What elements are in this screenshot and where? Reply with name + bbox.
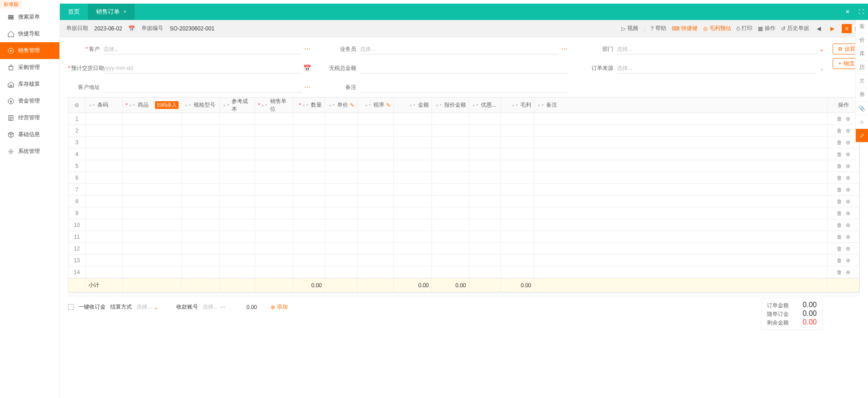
table-row[interactable]: 12🗑⊕ — [68, 243, 859, 255]
bill-date-value[interactable]: 2023-06-02 — [94, 25, 122, 32]
lookup-icon[interactable]: ⋯ — [304, 84, 311, 91]
add-row-icon[interactable]: ⊕ — [846, 116, 850, 122]
sort-icon[interactable]: ▲▼ — [88, 104, 96, 107]
sidebar-item-purchase[interactable]: 采购管理 — [0, 59, 59, 76]
edit-icon[interactable]: ✎ — [350, 102, 354, 108]
delete-row-icon[interactable]: 🗑 — [837, 151, 842, 157]
add-button[interactable]: ⊕添加 — [271, 303, 288, 311]
dept-input[interactable] — [617, 46, 816, 52]
tab-sales-order[interactable]: 销售订单 × — [88, 4, 135, 20]
delete-row-icon[interactable]: 🗑 — [837, 234, 842, 240]
table-row[interactable]: 9🗑⊕ — [68, 207, 859, 219]
add-row-icon[interactable]: ⊕ — [846, 163, 850, 169]
add-row-icon[interactable]: ⊕ — [846, 210, 850, 216]
sort-icon[interactable]: ▲▼ — [223, 104, 230, 107]
rtb-history-icon[interactable]: 历 — [856, 61, 868, 74]
sidebar-item-finance[interactable]: 资金管理 — [0, 93, 59, 109]
calendar-icon[interactable]: 📅 — [128, 25, 135, 32]
lookup-icon[interactable]: ⋯ — [561, 45, 568, 53]
close-icon[interactable]: × — [123, 9, 126, 15]
add-row-icon[interactable]: ⊕ — [846, 128, 850, 134]
sidebar-item-sales[interactable]: 销售管理 — [0, 42, 59, 59]
tabstrip-close-icon[interactable]: ✕ — [841, 4, 854, 20]
add-row-icon[interactable]: ⊕ — [846, 234, 850, 240]
table-row[interactable]: 7🗑⊕ — [68, 184, 859, 196]
tool-profit[interactable]: ◎毛利预估 — [703, 25, 731, 32]
sort-icon[interactable]: ▲▼ — [511, 104, 519, 107]
delete-row-icon[interactable]: 🗑 — [837, 269, 842, 275]
sort-icon[interactable]: ▲▼ — [184, 104, 192, 107]
add-row-icon[interactable]: ⊕ — [846, 269, 850, 275]
lookup-icon[interactable]: ⋯ — [304, 45, 311, 53]
delete-row-icon[interactable]: 🗑 — [837, 246, 842, 252]
sort-icon[interactable]: ▲▼ — [409, 104, 416, 107]
sort-icon[interactable]: ▲▼ — [302, 104, 309, 107]
rtb-stock-icon[interactable]: 库 — [856, 47, 868, 61]
sidebar-item-quicknav[interactable]: 快捷导航 — [0, 25, 59, 42]
table-row[interactable]: 8🗑⊕ — [68, 196, 859, 207]
delivery-date-input[interactable] — [103, 65, 301, 71]
rtb-coupon-icon[interactable]: 券 — [856, 88, 868, 102]
source-input[interactable] — [617, 65, 816, 71]
sort-icon[interactable]: ▲▼ — [537, 104, 544, 107]
customer-input[interactable] — [103, 46, 301, 52]
add-row-icon[interactable]: ⊕ — [846, 257, 850, 264]
rtb-owe-icon[interactable]: 欠 — [856, 74, 868, 88]
rtb-attach-icon[interactable]: 📎 — [856, 102, 868, 115]
sort-icon[interactable]: ▲▼ — [472, 104, 479, 107]
sort-icon[interactable]: ▲▼ — [261, 104, 268, 107]
account-select[interactable]: 选择...⋯ — [203, 303, 225, 311]
tool-print[interactable]: ⎙打印 — [737, 25, 752, 32]
sort-icon[interactable]: ▲▼ — [435, 104, 442, 107]
add-row-icon[interactable]: ⊕ — [846, 175, 850, 181]
delete-row-icon[interactable]: 🗑 — [837, 210, 842, 216]
delete-row-icon[interactable]: 🗑 — [837, 257, 842, 264]
add-row-icon[interactable]: ⊕ — [846, 246, 850, 252]
tool-operate[interactable]: ▦操作 — [758, 25, 776, 32]
next-bill-icon[interactable]: ▶ — [828, 25, 836, 33]
onekey-deposit-checkbox[interactable] — [68, 304, 74, 310]
tool-shortcut[interactable]: ⌨快捷键 — [672, 25, 698, 32]
gear-icon[interactable]: ⚙ — [74, 102, 79, 108]
address-input[interactable] — [103, 84, 301, 90]
scan-badge[interactable]: 扫码录入 — [155, 101, 179, 109]
remark-input[interactable] — [360, 84, 567, 90]
salesman-input[interactable] — [360, 46, 558, 52]
delete-row-icon[interactable]: 🗑 — [837, 116, 842, 122]
add-row-icon[interactable]: ⊕ — [846, 139, 850, 146]
tab-home[interactable]: 首页 — [60, 4, 88, 20]
edit-icon[interactable]: ✎ — [386, 102, 391, 108]
sort-icon[interactable]: ▲▼ — [129, 104, 136, 107]
sort-icon[interactable]: ▲▼ — [328, 104, 335, 107]
horizontal-scrollbar[interactable] — [68, 292, 860, 297]
sidebar-item-inventory[interactable]: 库存核算 — [0, 76, 59, 93]
chevron-down-icon[interactable]: ⌄ — [819, 64, 824, 72]
tool-help[interactable]: ?帮助 — [650, 25, 666, 32]
add-row-icon[interactable]: ⊕ — [846, 198, 850, 205]
view-form-icon[interactable]: ≡ — [842, 24, 852, 33]
tabstrip-expand-icon[interactable]: ⛶ — [854, 4, 868, 20]
table-row[interactable]: 5🗑⊕ — [68, 160, 859, 172]
rtb-price-icon[interactable]: 价 — [856, 34, 868, 47]
sidebar-item-search[interactable]: 搜索菜单 — [0, 9, 59, 25]
rtb-expand-icon[interactable]: ⤢ — [856, 129, 868, 142]
sidebar-item-basedata[interactable]: 基础信息 — [0, 126, 59, 143]
chevron-down-icon[interactable]: ⌄ — [819, 45, 824, 53]
notax-total-input[interactable] — [360, 65, 567, 71]
add-row-icon[interactable]: ⊕ — [846, 222, 850, 228]
table-row[interactable]: 13🗑⊕ — [68, 255, 859, 266]
table-row[interactable]: 4🗑⊕ — [68, 148, 859, 160]
table-row[interactable]: 10🗑⊕ — [68, 219, 859, 231]
table-row[interactable]: 3🗑⊕ — [68, 137, 859, 148]
table-row[interactable]: 6🗑⊕ — [68, 172, 859, 184]
sort-icon[interactable]: ▲▼ — [364, 104, 372, 107]
delete-row-icon[interactable]: 🗑 — [837, 198, 842, 205]
delete-row-icon[interactable]: 🗑 — [837, 128, 842, 134]
sidebar-item-business[interactable]: 经营管理 — [0, 109, 59, 126]
prev-bill-icon[interactable]: ◀ — [815, 25, 823, 33]
delete-row-icon[interactable]: 🗑 — [837, 163, 842, 169]
settle-select[interactable]: 选择...⌄ — [136, 303, 158, 311]
calendar-icon[interactable]: 📅 — [303, 64, 311, 72]
delete-row-icon[interactable]: 🗑 — [837, 175, 842, 181]
table-row[interactable]: 14🗑⊕ — [68, 266, 859, 278]
